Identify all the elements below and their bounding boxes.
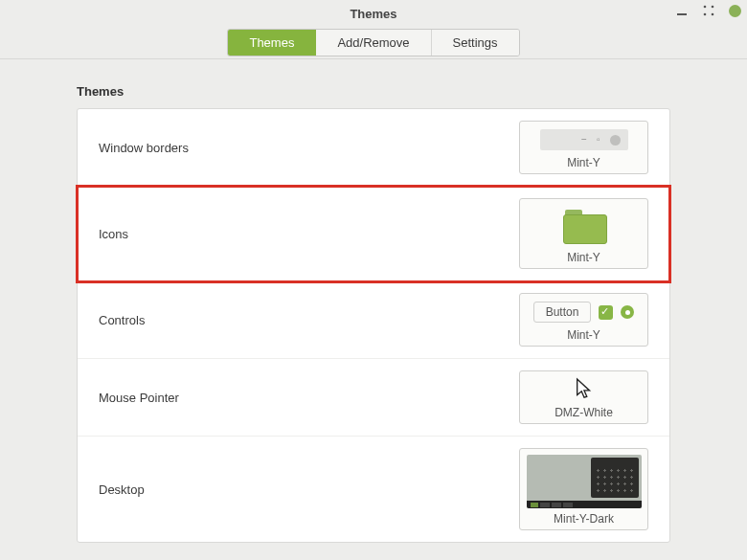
tab-add-remove[interactable]: Add/Remove [316, 30, 431, 56]
label-mouse-pointer: Mouse Pointer [99, 391, 179, 405]
desktop-calendar-panel [591, 458, 639, 498]
radio-icon [621, 305, 634, 319]
close-icon[interactable] [729, 5, 741, 17]
svg-rect-0 [677, 13, 687, 15]
preview-desktop [526, 455, 642, 508]
tabs: Themes Add/Remove Settings [227, 29, 519, 56]
folder-icon [563, 210, 605, 242]
section-heading: Themes [77, 84, 670, 99]
row-icons: Icons Mint-Y [78, 187, 669, 281]
value-icons: Mint-Y [567, 251, 600, 264]
label-controls: Controls [99, 313, 145, 327]
value-window-borders: Mint-Y [567, 156, 600, 169]
value-controls: Mint-Y [567, 328, 600, 342]
svg-point-4 [712, 13, 714, 16]
themes-panel: Window borders − ▫ Mint-Y Icons Min [77, 108, 670, 543]
tab-settings[interactable]: Settings [432, 30, 519, 56]
tab-themes[interactable]: Themes [228, 30, 316, 56]
preview-mouse-pointer [526, 377, 642, 402]
controls-preview: Button [533, 302, 635, 323]
window-border-preview: − ▫ [540, 129, 628, 150]
selector-mouse-pointer[interactable]: DMZ-White [519, 370, 648, 424]
preview-controls: Button [526, 300, 642, 325]
cursor-icon [574, 377, 595, 402]
label-icons: Icons [99, 227, 128, 241]
titlebar: Themes [0, 0, 747, 27]
desktop-taskbar [527, 501, 642, 508]
value-desktop: Mint-Y-Dark [554, 512, 614, 526]
preview-icons [526, 205, 642, 247]
content: Themes Window borders − ▫ Mint-Y Icons [0, 59, 747, 560]
row-window-borders: Window borders − ▫ Mint-Y [78, 109, 669, 187]
row-mouse-pointer: Mouse Pointer DMZ-White [78, 359, 669, 437]
checkbox-icon [599, 305, 613, 320]
wb-max-icon: ▫ [597, 135, 600, 145]
selector-controls[interactable]: Button Mint-Y [519, 293, 648, 347]
tab-bar: Themes Add/Remove Settings [0, 27, 747, 59]
maximize-icon[interactable] [702, 4, 715, 17]
desktop-thumbnail [527, 455, 642, 508]
svg-point-2 [712, 6, 714, 9]
window-controls [675, 4, 741, 17]
wb-min-icon: − [581, 135, 587, 145]
preview-window-borders: − ▫ [526, 127, 642, 152]
wb-close-icon [610, 135, 621, 146]
selector-window-borders[interactable]: − ▫ Mint-Y [519, 121, 648, 174]
row-desktop: Desktop Mint-Y-Dark [78, 437, 669, 542]
window-title: Themes [350, 7, 396, 21]
svg-point-3 [704, 13, 707, 16]
label-window-borders: Window borders [99, 141, 189, 155]
value-mouse-pointer: DMZ-White [555, 406, 613, 419]
label-desktop: Desktop [99, 482, 145, 497]
sample-button: Button [533, 302, 592, 323]
selector-desktop[interactable]: Mint-Y-Dark [519, 448, 648, 530]
row-controls: Controls Button Mint-Y [78, 281, 669, 359]
selector-icons[interactable]: Mint-Y [519, 198, 648, 269]
svg-point-1 [704, 6, 707, 9]
minimize-icon[interactable] [675, 4, 689, 17]
